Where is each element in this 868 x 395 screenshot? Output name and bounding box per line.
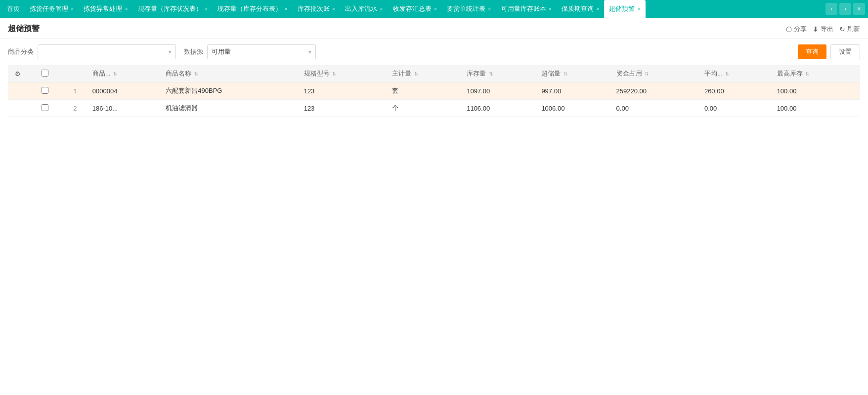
nav-label-inventory-status: 现存量（库存状况表）: [138, 4, 202, 13]
nav-label-batch-account: 库存批次账: [298, 4, 330, 13]
row-unit: 套: [387, 82, 462, 100]
row-product-code: 186-10...: [87, 100, 161, 117]
checkbox-column-header[interactable]: [28, 65, 63, 82]
gear-column-header[interactable]: ⚙: [8, 65, 28, 82]
data-source-select[interactable]: 可用量 ▾: [207, 44, 316, 59]
row-num-column-header: [63, 65, 87, 82]
close-icon[interactable]: ×: [637, 6, 640, 12]
max-stock-column-header[interactable]: 最高库存 ⇅: [772, 65, 860, 82]
close-icon[interactable]: ×: [434, 6, 437, 12]
product-category-group: 商品分类 ▾: [8, 44, 176, 59]
close-icon[interactable]: ×: [71, 6, 74, 12]
settings-button[interactable]: 设置: [830, 44, 860, 59]
data-source-value: 可用量: [212, 47, 231, 56]
close-icon[interactable]: ×: [332, 6, 335, 12]
page-header: 超储预警 ⬡ 分享 ⬇ 导出 ↻ 刷新: [0, 18, 868, 39]
max-stock-label: 最高库存: [777, 70, 803, 77]
sort-icon: ⇅: [725, 71, 729, 77]
export-action[interactable]: ⬇ 导出: [813, 25, 833, 34]
export-icon: ⬇: [813, 25, 819, 33]
refresh-action[interactable]: ↻ 刷新: [839, 25, 860, 34]
row-inventory: 1097.00: [462, 82, 536, 100]
nav-item-home[interactable]: 首页: [2, 0, 25, 18]
table-header-row: ⚙ 商品... ⇅ 商品名称 ⇅ 规格型号: [8, 65, 860, 82]
avg-label: 平均...: [704, 70, 723, 77]
nav-item-inventory-dist[interactable]: 现存量（库存分布表） ×: [213, 0, 292, 18]
row-checkbox-cell[interactable]: [28, 82, 63, 100]
row-checkbox[interactable]: [42, 104, 48, 111]
nav-arrows: ‹ › ×: [825, 3, 866, 15]
nav-item-batch-account[interactable]: 库存批次账 ×: [293, 0, 340, 18]
close-icon[interactable]: ×: [488, 6, 491, 12]
inventory-column-header[interactable]: 库存量 ⇅: [462, 65, 536, 82]
product-name-label: 商品名称: [166, 70, 191, 77]
filter-buttons: 查询 设置: [798, 44, 860, 59]
sort-icon: ⇅: [113, 71, 117, 77]
close-icon[interactable]: ×: [596, 6, 599, 12]
product-name-column-header[interactable]: 商品名称 ⇅: [161, 65, 299, 82]
row-avg: 260.00: [699, 82, 772, 100]
row-capital: 0.00: [611, 100, 699, 117]
nav-label-pick-exception: 拣货异常处理: [84, 4, 122, 13]
close-icon[interactable]: ×: [549, 6, 552, 12]
nav-label-inventory-dist: 现存量（库存分布表）: [217, 4, 282, 13]
row-capital: 259220.00: [611, 82, 699, 100]
nav-label-order-stat: 要货单统计表: [447, 4, 485, 13]
nav-item-expiry[interactable]: 保质期查询 ×: [557, 0, 604, 18]
overstock-column-header[interactable]: 超储量 ⇅: [536, 65, 611, 82]
unit-label: 主计量: [392, 70, 411, 77]
row-max-stock: 100.00: [772, 100, 860, 117]
sort-icon: ⇅: [489, 71, 493, 77]
header-actions: ⬡ 分享 ⬇ 导出 ↻ 刷新: [786, 25, 860, 34]
row-product-name: 机油滤清器: [161, 100, 299, 117]
select-all-checkbox[interactable]: [42, 70, 48, 77]
nav-next-arrow[interactable]: ›: [839, 3, 851, 15]
product-category-label: 商品分类: [8, 47, 34, 56]
nav-item-inventory-status[interactable]: 现存量（库存状况表） ×: [133, 0, 213, 18]
query-button[interactable]: 查询: [798, 44, 826, 59]
nav-item-available-stock[interactable]: 可用量库存账本 ×: [496, 0, 557, 18]
sort-icon: ⇅: [645, 71, 649, 77]
chevron-down-icon: ▾: [169, 49, 172, 55]
row-spec: 123: [299, 82, 387, 100]
nav-item-pick-exception[interactable]: 拣货异常处理 ×: [79, 0, 132, 18]
spec-column-header[interactable]: 规格型号 ⇅: [299, 65, 387, 82]
overstock-label: 超储量: [541, 70, 561, 77]
nav-prev-arrow[interactable]: ‹: [825, 3, 837, 15]
spec-label: 规格型号: [304, 70, 330, 77]
refresh-label: 刷新: [847, 25, 860, 34]
nav-item-order-stat[interactable]: 要货单统计表 ×: [442, 0, 496, 18]
close-icon[interactable]: ×: [284, 6, 287, 12]
capital-column-header[interactable]: 资金占用 ⇅: [611, 65, 699, 82]
share-label: 分享: [794, 25, 807, 34]
table-row: 1 0000004 六配套新昌490BPG 123 套 1097.00 997.…: [8, 82, 860, 100]
nav-item-overstock[interactable]: 超储预警 ×: [604, 0, 645, 18]
product-code-column-header[interactable]: 商品... ⇅: [87, 65, 161, 82]
nav-label-expiry: 保质期查询: [562, 4, 594, 13]
sort-icon: ⇅: [805, 71, 809, 77]
filter-row: 商品分类 ▾ 数据源 可用量 ▾ 查询 设置: [0, 39, 868, 65]
nav-item-summary[interactable]: 收发存汇总表 ×: [388, 0, 442, 18]
row-max-stock: 100.00: [772, 82, 860, 100]
row-checkbox[interactable]: [42, 87, 48, 94]
avg-column-header[interactable]: 平均... ⇅: [699, 65, 772, 82]
nav-label-summary: 收发存汇总表: [393, 4, 432, 13]
table-container: ⚙ 商品... ⇅ 商品名称 ⇅ 规格型号: [0, 65, 868, 117]
nav-item-flow[interactable]: 出入库流水 ×: [340, 0, 388, 18]
top-navigation: 首页 拣货任务管理 × 拣货异常处理 × 现存量（库存状况表） × 现存量（库存…: [0, 0, 868, 18]
share-action[interactable]: ⬡ 分享: [786, 25, 807, 34]
close-icon[interactable]: ×: [125, 6, 128, 12]
unit-column-header[interactable]: 主计量 ⇅: [387, 65, 462, 82]
nav-close-arrow[interactable]: ×: [853, 3, 865, 15]
nav-label-flow: 出入库流水: [345, 4, 377, 13]
row-num-cell: 1: [63, 82, 87, 100]
product-category-select[interactable]: ▾: [38, 44, 176, 59]
row-checkbox-cell[interactable]: [28, 100, 63, 117]
export-label: 导出: [821, 25, 833, 34]
close-icon[interactable]: ×: [205, 6, 208, 12]
gear-icon: ⚙: [15, 70, 21, 78]
close-icon[interactable]: ×: [380, 6, 383, 12]
nav-label-pick-task: 拣货任务管理: [30, 4, 68, 13]
refresh-icon: ↻: [839, 25, 845, 33]
nav-item-pick-task[interactable]: 拣货任务管理 ×: [25, 0, 79, 18]
